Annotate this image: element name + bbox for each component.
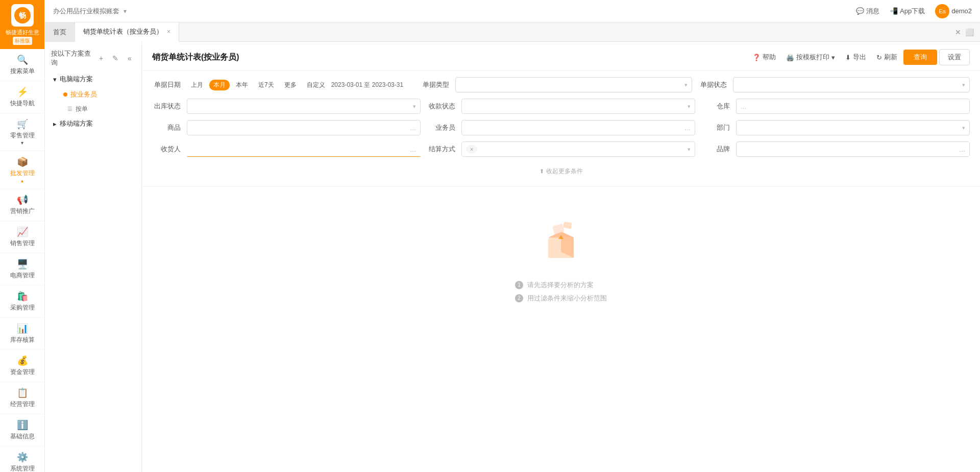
doc-status-select[interactable]: ▾ — [733, 77, 970, 92]
shortcut-last-month[interactable]: 上月 — [187, 80, 207, 90]
salesman-label: 业务员 — [427, 123, 455, 132]
scheme-sub-order[interactable]: ☰ 按单 — [49, 102, 137, 116]
doc-type-select[interactable]: ▾ — [455, 77, 692, 92]
tab-home[interactable]: 首页 — [45, 22, 75, 42]
refresh-label: 刷新 — [884, 53, 897, 62]
export-button[interactable]: ⬇ 导出 — [841, 51, 870, 64]
operations-icon: 📋 — [17, 387, 28, 398]
sidebar-item-search[interactable]: 🔍 搜索菜单 — [0, 49, 44, 81]
dropdown-arrow-icon: ▾ — [831, 54, 835, 61]
more-icon[interactable]: ... — [410, 124, 416, 132]
sub-icon: ☰ — [67, 106, 72, 112]
purchase-icon: 🛍️ — [17, 291, 28, 302]
sidebar-item-ecommerce[interactable]: 🖥️ 电商管理 — [0, 253, 44, 286]
help-button[interactable]: ❓ 帮助 — [748, 51, 780, 64]
sidebar-item-marketing[interactable]: 📢 营销推广 — [0, 189, 44, 221]
goods-label: 商品 — [152, 123, 181, 132]
sidebar-item-label: 零售管理 — [10, 131, 35, 140]
mobile-scheme-title[interactable]: ▸ 移动端方案 — [49, 116, 137, 131]
sidebar-item-inventory[interactable]: 📊 库存核算 — [0, 318, 44, 350]
sidebar-item-label: 库存核算 — [10, 336, 35, 344]
content-area: 按以下方案查询 + ✎ « ▾ 电脑端方案 按业务员 ☰ 按单 — [45, 42, 980, 472]
setting-button[interactable]: 设置 — [939, 49, 970, 65]
brand-select[interactable]: ... — [736, 141, 970, 157]
more-icon[interactable]: ... — [684, 124, 691, 132]
breadcrumb: 办公用品行业模拟账套 — [53, 7, 119, 16]
sidebar-item-purchase[interactable]: 🛍️ 采购管理 — [0, 286, 44, 318]
sidebar-item-retail[interactable]: 🛒 零售管理 ▾ — [0, 113, 44, 151]
settlement-label: 结算方式 — [427, 145, 455, 154]
out-status-select[interactable]: ▾ — [187, 99, 421, 114]
sidebar-item-wholesale[interactable]: 📦 批发管理 ▴ — [0, 151, 44, 189]
refresh-button[interactable]: ↻ 刷新 — [872, 51, 901, 64]
maximize-icon[interactable]: ⬜ — [965, 28, 974, 36]
shortcut-7days[interactable]: 近7天 — [254, 80, 278, 90]
sidebar-item-system[interactable]: ⚙️ 系统管理 — [0, 446, 44, 472]
active-dot — [63, 92, 67, 97]
tab-sales-stats[interactable]: 销货单统计表（按业务员） × — [75, 22, 179, 42]
app-download-button[interactable]: 📲 App下载 — [890, 7, 925, 16]
message-button[interactable]: 💬 消息 — [856, 7, 879, 16]
salesman-select[interactable]: ... — [461, 120, 695, 135]
sales-icon: 📈 — [17, 226, 28, 238]
more-icon[interactable]: ... — [959, 145, 965, 153]
right-main: 销货单统计表(按业务员) ❓ 帮助 🖨️ 按模板打印 ▾ ⬇ 导出 — [142, 42, 980, 472]
refresh-icon: ↻ — [876, 54, 882, 61]
query-button[interactable]: 查询 — [903, 50, 937, 65]
avatar: Ea — [935, 4, 949, 18]
tag-close-icon[interactable]: × — [470, 146, 473, 152]
empty-illustration — [535, 217, 586, 268]
sub-label: 按单 — [76, 105, 88, 113]
close-window-icon[interactable]: ✕ — [955, 28, 961, 36]
export-label: 导出 — [853, 53, 866, 62]
shortcut-more[interactable]: 更多 — [280, 80, 301, 90]
retail-icon: 🛒 — [17, 119, 28, 130]
current-tab-label: 销货单统计表（按业务员） — [83, 27, 163, 36]
sidebar-item-label: 快捷导航 — [10, 99, 35, 108]
export-icon: ⬇ — [845, 54, 851, 61]
brand-label: 品牌 — [701, 145, 730, 154]
marketing-icon: 📢 — [17, 194, 28, 205]
sidebar-item-operations[interactable]: 📋 经营管理 — [0, 382, 44, 414]
consignee-input[interactable]: ... — [187, 141, 421, 157]
add-scheme-button[interactable]: + — [95, 53, 107, 64]
logo-area[interactable]: 畅 畅捷通好生意 标推版 — [0, 0, 44, 49]
chevron-down-icon: ▾ — [684, 82, 688, 88]
page-title: 销货单统计表(按业务员) — [152, 52, 239, 63]
sidebar-item-label: 基础信息 — [10, 432, 35, 441]
date-label: 单据日期 — [152, 80, 181, 89]
desktop-scheme-title[interactable]: ▾ 电脑端方案 — [49, 72, 137, 87]
goods-select[interactable]: ... — [187, 120, 421, 135]
sidebar-item-finance[interactable]: 💰 资金管理 — [0, 350, 44, 382]
desktop-scheme-group: ▾ 电脑端方案 按业务员 ☰ 按单 — [45, 72, 141, 116]
scheme-item-salesman[interactable]: 按业务员 — [49, 87, 137, 102]
settlement-select[interactable]: × ▾ — [461, 141, 695, 157]
more-icon[interactable]: ... — [410, 145, 416, 153]
edit-scheme-button[interactable]: ✎ — [110, 53, 121, 64]
warehouse-select[interactable]: ... — [736, 99, 970, 114]
template-print-button[interactable]: 🖨️ 按模板打印 ▾ — [782, 51, 839, 64]
sidebar-item-basic[interactable]: ℹ️ 基础信息 — [0, 414, 44, 446]
receipt-status-select[interactable]: ▾ — [461, 99, 695, 114]
sidebar-item-sales[interactable]: 📈 销售管理 — [0, 221, 44, 253]
sidebar-item-label: 营销推广 — [10, 207, 35, 216]
dept-select[interactable]: ▾ — [736, 120, 970, 135]
shortcut-current-year[interactable]: 本年 — [232, 80, 252, 90]
shortcut-custom[interactable]: 自定义 — [303, 80, 329, 90]
ecommerce-icon: 🖥️ — [17, 258, 28, 270]
empty-tip-1: 1 请先选择要分析的方案 — [515, 278, 607, 292]
receipt-status-label: 收款状态 — [427, 102, 455, 111]
shortcut-current-month[interactable]: 本月 — [209, 80, 230, 90]
chevron-down-icon: ▾ — [53, 76, 57, 83]
sidebar-item-nav[interactable]: ⚡ 快捷导航 — [0, 81, 44, 113]
collapse-bar[interactable]: ⬆ 收起更多条件 — [152, 163, 970, 180]
close-tab-icon[interactable]: × — [167, 28, 170, 35]
breadcrumb-dropdown-icon[interactable]: ▾ — [124, 8, 127, 15]
sidebar: 畅 畅捷通好生意 标推版 🔍 搜索菜单 ⚡ 快捷导航 🛒 零售管理 ▾ 📦 批发… — [0, 0, 45, 472]
collapse-panel-button[interactable]: « — [124, 53, 135, 64]
mobile-scheme-group: ▸ 移动端方案 — [45, 116, 141, 131]
date-shortcuts: 上月 本月 本年 近7天 更多 自定义 2023-03-01 至 2023-03… — [187, 80, 403, 90]
user-area[interactable]: Ea demo2 — [935, 4, 972, 18]
left-panel: 按以下方案查询 + ✎ « ▾ 电脑端方案 按业务员 ☰ 按单 — [45, 42, 142, 472]
message-icon: 💬 — [856, 7, 864, 15]
